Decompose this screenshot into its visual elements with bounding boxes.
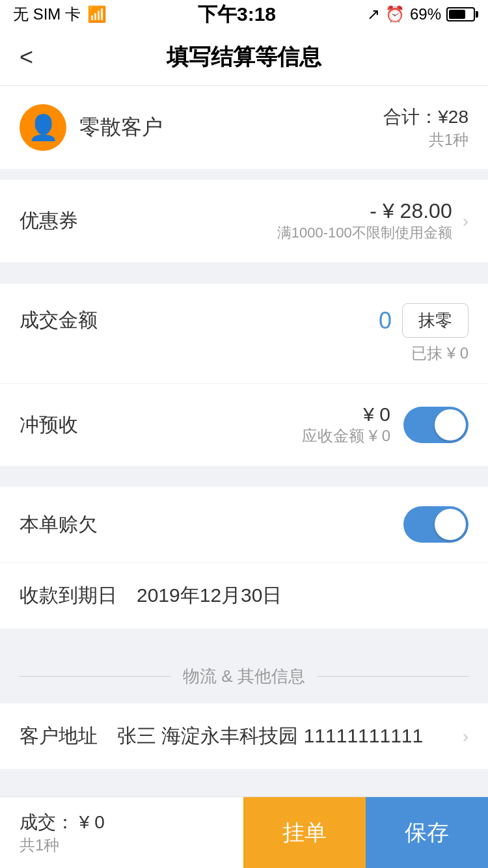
customer-info: 👤 零散客户 — [20, 104, 163, 151]
bottom-bar: 成交： ¥ 0 共1种 挂单 保存 — [0, 796, 488, 868]
status-bar: 无 SIM 卡 📶 下午3:18 ↗ ⏰ 69% — [0, 0, 488, 29]
alarm-icon: ⏰ — [385, 5, 405, 23]
bottom-transaction-label: 成交： — [20, 812, 74, 832]
chevron-right-icon: › — [463, 211, 468, 232]
prepay-values: ¥ 0 应收金额 ¥ 0 — [302, 403, 390, 446]
status-right: ↗ ⏰ 69% — [367, 5, 475, 23]
due-date-section: 收款到期日 2019年12月30日 — [0, 562, 488, 629]
customer-total: 合计：¥28 共1种 — [383, 105, 468, 150]
coupon-info: - ¥ 28.00 满1000-100不限制使用金额 — [277, 199, 452, 243]
customer-row: 👤 零散客户 合计：¥28 共1种 — [0, 86, 488, 169]
customer-card: 👤 零散客户 合计：¥28 共1种 — [0, 86, 488, 169]
coupon-value: - ¥ 28.00 — [277, 199, 452, 223]
address-content: 客户地址 张三 海淀永丰科技园 11111111111 — [20, 723, 423, 750]
transaction-right: 0 抹零 — [379, 303, 468, 338]
coupon-card[interactable]: 优惠券 - ¥ 28.00 满1000-100不限制使用金额 › — [0, 180, 488, 263]
battery-percent: 69% — [410, 5, 441, 23]
avatar-icon: 👤 — [28, 113, 59, 142]
content-area: 👤 零散客户 合计：¥28 共1种 优惠券 - ¥ 28.00 满1000-10… — [0, 86, 488, 851]
debt-toggle-knob — [435, 509, 466, 540]
already-rounded: 已抹 ¥ 0 — [20, 343, 468, 364]
line-left — [20, 676, 170, 677]
address-section[interactable]: 客户地址 张三 海淀永丰科技园 11111111111 › — [0, 703, 488, 769]
coupon-label: 优惠券 — [20, 208, 78, 234]
logistics-header: 物流 & 其他信息 — [0, 649, 488, 703]
debt-card: 本单赊欠 收款到期日 2019年12月30日 — [0, 487, 488, 629]
prepay-label: 冲预收 — [20, 412, 78, 439]
status-left: 无 SIM 卡 📶 — [13, 4, 107, 25]
debt-label: 本单赊欠 — [20, 511, 98, 538]
logistics-label: 物流 & 其他信息 — [183, 665, 305, 688]
transaction-label: 成交金额 — [20, 307, 98, 334]
location-icon: ↗ — [367, 5, 380, 23]
divider-2 — [0, 476, 488, 487]
bottom-transaction-value: ¥ 0 — [79, 812, 105, 832]
total-amount: 合计：¥28 — [383, 105, 468, 129]
prepay-right: ¥ 0 应收金额 ¥ 0 — [302, 403, 468, 446]
bottom-transaction: 成交： ¥ 0 — [20, 810, 224, 835]
round-button[interactable]: 抹零 — [402, 303, 468, 338]
prepay-amount: ¥ 0 — [302, 403, 390, 426]
address-label: 客户地址 — [20, 723, 98, 750]
battery-icon — [446, 7, 475, 21]
address-card[interactable]: 客户地址 张三 海淀永丰科技园 11111111111 › — [0, 703, 488, 769]
customer-name: 零散客户 — [79, 113, 163, 142]
debt-toggle[interactable] — [403, 506, 468, 543]
coupon-note: 满1000-100不限制使用金额 — [277, 223, 452, 243]
prepay-toggle[interactable] — [403, 407, 468, 443]
back-button[interactable]: < — [20, 44, 33, 71]
receivable-amount: 应收金额 ¥ 0 — [302, 426, 390, 446]
debt-section: 本单赊欠 — [0, 487, 488, 562]
bottom-summary: 成交： ¥ 0 共1种 — [0, 810, 243, 856]
transaction-card: 成交金额 0 抹零 已抹 ¥ 0 冲预收 ¥ 0 应收金额 ¥ 0 — [0, 284, 488, 466]
due-date-content: 收款到期日 2019年12月30日 — [20, 582, 468, 609]
line-right — [318, 676, 468, 677]
bottom-count: 共1种 — [20, 835, 224, 856]
toggle-knob — [435, 409, 466, 441]
due-date-value[interactable]: 2019年12月30日 — [137, 582, 282, 609]
coupon-row[interactable]: 优惠券 - ¥ 28.00 满1000-100不限制使用金额 › — [0, 180, 488, 263]
page-title: 填写结算等信息 — [167, 42, 321, 72]
transaction-value[interactable]: 0 — [379, 307, 392, 334]
customer-avatar: 👤 — [20, 104, 66, 151]
address-chevron-icon: › — [463, 726, 468, 747]
carrier-text: 无 SIM 卡 — [13, 4, 81, 25]
hang-button[interactable]: 挂单 — [243, 797, 366, 869]
time-display: 下午3:18 — [198, 1, 276, 28]
wifi-icon: 📶 — [87, 5, 107, 23]
divider-3 — [0, 639, 488, 649]
save-button[interactable]: 保存 — [366, 797, 488, 869]
transaction-section: 成交金额 0 抹零 已抹 ¥ 0 — [0, 284, 488, 383]
nav-bar: < 填写结算等信息 — [0, 29, 488, 86]
transaction-top: 成交金额 0 抹零 — [20, 303, 468, 338]
coupon-right: - ¥ 28.00 满1000-100不限制使用金额 › — [277, 199, 468, 243]
due-date-label: 收款到期日 — [20, 582, 117, 609]
prepay-section: 冲预收 ¥ 0 应收金额 ¥ 0 — [0, 383, 488, 466]
total-count: 共1种 — [383, 129, 468, 150]
divider-1 — [0, 273, 488, 284]
address-value: 张三 海淀永丰科技园 11111111111 — [117, 723, 423, 750]
